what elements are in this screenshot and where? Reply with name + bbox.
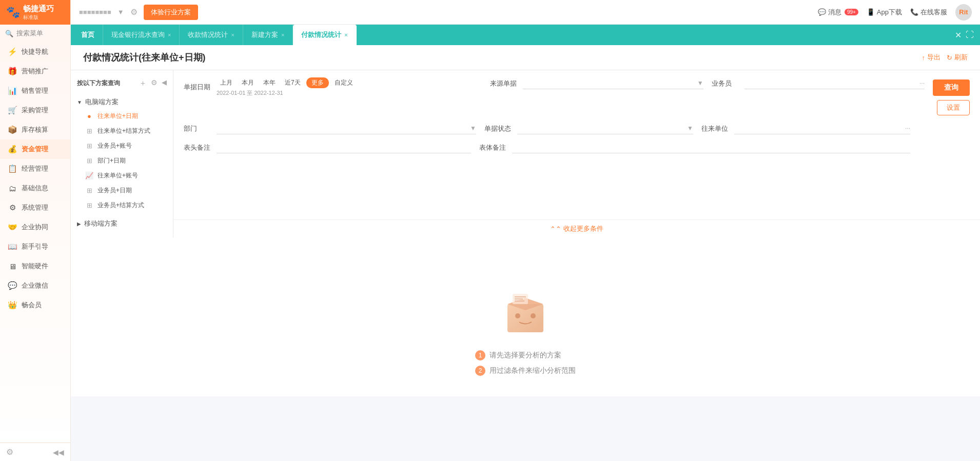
- sidebar-item-collab[interactable]: 🤝 企业协同: [0, 217, 70, 237]
- date-btn-custom[interactable]: 自定义: [331, 77, 357, 88]
- quick-nav-icon: ⚡: [7, 47, 17, 56]
- tab-new-scheme[interactable]: 新建方案 ×: [243, 25, 293, 45]
- collapse-bar[interactable]: ⌃⌃ 收起更多条件: [173, 219, 980, 237]
- partner-label: 往来单位: [701, 124, 730, 133]
- filter-field-body-note: 表体备注: [479, 142, 910, 153]
- scheme-item-partner-date[interactable]: ● 往来单位+日期: [71, 109, 173, 124]
- sidebar-item-guide[interactable]: 📖 新手引导: [0, 237, 70, 256]
- sidebar-item-basic[interactable]: 🗂 基础信息: [0, 178, 70, 198]
- tab-payment-stats[interactable]: 付款情况统计 ×: [293, 25, 356, 45]
- scheme-item-dept-date[interactable]: ⊞ 部门+日期: [71, 153, 173, 168]
- app-download-btn[interactable]: 📱 App下载: [867, 8, 902, 17]
- scheme-gear-icon[interactable]: ⚙: [151, 78, 158, 88]
- sidebar-item-label: 基础信息: [22, 184, 48, 193]
- header-note-input[interactable]: [217, 142, 471, 153]
- tab-new-scheme-close[interactable]: ×: [281, 32, 284, 38]
- tab-home[interactable]: 首页: [73, 25, 103, 45]
- date-buttons: 上月 本月 本年 近7天 更多 自定义: [217, 77, 482, 88]
- sidebar-item-label: 系统管理: [22, 203, 48, 212]
- dept-label: 部门: [184, 124, 212, 133]
- scheme-item-salesperson-date[interactable]: ⊞ 业务员+日期: [71, 183, 173, 198]
- tab-bank-flow[interactable]: 现金银行流水查询 ×: [103, 25, 180, 45]
- export-icon: ↑: [922, 54, 926, 62]
- export-btn[interactable]: ↑ 导出: [922, 53, 941, 62]
- scheme-item-salesperson-account[interactable]: ⊞ 业务员+账号: [71, 138, 173, 153]
- date-btn-last-month[interactable]: 上月: [217, 77, 236, 88]
- scheme-group-mobile-arrow: ▶: [77, 221, 81, 227]
- scheme-item-label: 业务员+日期: [97, 186, 132, 195]
- scheme-panel: 按以下方案查询 ＋ ⚙ ◀ ▼ 电脑端方案 ● 往来单位+日期: [71, 70, 173, 237]
- scheme-item-salesperson-settle[interactable]: ⊞ 业务员+结算方式: [71, 198, 173, 213]
- source-select[interactable]: ▼: [523, 77, 703, 89]
- action-buttons: 查询 设置: [933, 77, 970, 115]
- guide-icon: 📖: [7, 242, 17, 251]
- tab-payment-stats-label: 付款情况统计: [301, 30, 341, 39]
- scheme-item-partner-settle[interactable]: ⊞ 往来单位+结算方式: [71, 124, 173, 138]
- topbar-dropdown-icon[interactable]: ▼: [117, 8, 124, 16]
- sidebar-footer: ⚙ ◀◀: [0, 443, 70, 461]
- sidebar-collapse-icon[interactable]: ◀◀: [53, 448, 64, 456]
- topbar-settings-icon[interactable]: ⚙: [130, 7, 138, 17]
- wechat-icon: 💬: [7, 281, 17, 290]
- tab-receipt-stats[interactable]: 收款情况统计 ×: [180, 25, 243, 45]
- salesperson-select[interactable]: ···: [744, 77, 925, 89]
- sidebar-item-system[interactable]: ⚙ 系统管理: [0, 198, 70, 217]
- scheme-collapse-icon[interactable]: ◀: [162, 78, 167, 88]
- sidebar-item-sales[interactable]: 📊 销售管理: [0, 81, 70, 101]
- tab-expand-icon[interactable]: ⛶: [966, 30, 974, 39]
- filter-field-source: 来源单据 ▼: [490, 77, 703, 89]
- page-header: 付款情况统计(往来单位+日期) ↑ 导出 ↻ 刷新: [71, 45, 980, 70]
- sidebar-item-label: 新手引导: [22, 242, 48, 251]
- sidebar-item-quick-nav[interactable]: ⚡ 快捷导航: [0, 42, 70, 62]
- sidebar-settings-icon[interactable]: ⚙: [6, 447, 13, 457]
- sidebar-logo: 🐾 畅捷通巧 标准版: [0, 0, 70, 25]
- sidebar-item-marketing[interactable]: 🎁 营销推广: [0, 62, 70, 81]
- empty-tip-1: 1 请先选择要分析的方案: [475, 350, 576, 360]
- date-btn-this-month[interactable]: 本月: [238, 77, 258, 88]
- user-avatar[interactable]: Rit: [955, 4, 972, 21]
- sidebar-item-label: 经营管理: [22, 164, 48, 173]
- partner-select[interactable]: ···: [734, 123, 910, 134]
- sidebar-item-finance[interactable]: 💰 资金管理: [0, 139, 70, 159]
- scheme-item-icon-6: ⊞: [85, 202, 93, 209]
- sidebar-item-wechat[interactable]: 💬 企业微信: [0, 276, 70, 295]
- scheme-add-icon[interactable]: ＋: [139, 78, 147, 88]
- scheme-group-mobile-title[interactable]: ▶ 移动端方案: [71, 217, 173, 230]
- date-btn-more[interactable]: 更多: [306, 77, 329, 88]
- scheme-item-label: 业务员+账号: [97, 142, 132, 150]
- body-note-input[interactable]: [512, 142, 910, 153]
- notification-btn[interactable]: 💬 消息 99+: [818, 8, 858, 17]
- trial-btn[interactable]: 体验行业方案: [144, 5, 198, 20]
- date-btn-7days[interactable]: 近7天: [281, 77, 304, 88]
- date-btn-this-year[interactable]: 本年: [260, 77, 279, 88]
- sidebar-item-purchase[interactable]: 🛒 采购管理: [0, 101, 70, 120]
- search-menu[interactable]: 🔍 搜索菜单: [0, 25, 70, 42]
- setting-btn[interactable]: 设置: [937, 100, 970, 115]
- sidebar-item-label: 企业协同: [22, 223, 48, 232]
- refresh-btn[interactable]: ↻ 刷新: [947, 53, 968, 62]
- tab-close-all-icon[interactable]: ✕: [955, 30, 962, 40]
- sidebar-item-inventory[interactable]: 📦 库存核算: [0, 120, 70, 139]
- scheme-item-partner-account[interactable]: 📈 往来单位+账号: [71, 168, 173, 183]
- scheme-group-desktop-title[interactable]: ▼ 电脑端方案: [71, 95, 173, 109]
- header-note-label: 表头备注: [184, 143, 212, 152]
- search-menu-label: 搜索菜单: [16, 29, 43, 38]
- tab-bank-flow-close[interactable]: ×: [168, 32, 171, 38]
- source-label: 来源单据: [490, 79, 519, 88]
- online-service-btn[interactable]: 📞 在线客服: [910, 8, 947, 17]
- export-label: 导出: [927, 53, 940, 62]
- dept-select[interactable]: ▼: [217, 123, 476, 134]
- notification-label: 消息: [828, 8, 841, 17]
- sidebar-item-operations[interactable]: 📋 经营管理: [0, 159, 70, 178]
- sidebar-item-member[interactable]: 👑 畅会员: [0, 295, 70, 315]
- scheme-item-label: 往来单位+账号: [97, 171, 138, 180]
- scheme-item-icon-2: ⊞: [85, 142, 93, 150]
- tab-receipt-stats-close[interactable]: ×: [231, 32, 234, 38]
- doc-status-select[interactable]: ▼: [517, 123, 693, 134]
- notification-icon: 💬: [818, 8, 826, 16]
- salesperson-dropdown-icon: ···: [919, 79, 925, 87]
- sidebar-item-hardware[interactable]: 🖥 智能硬件: [0, 256, 70, 276]
- tip-text-2: 用过滤条件来缩小分析范围: [489, 366, 576, 375]
- tab-payment-stats-close[interactable]: ×: [344, 32, 347, 38]
- query-btn[interactable]: 查询: [933, 79, 970, 96]
